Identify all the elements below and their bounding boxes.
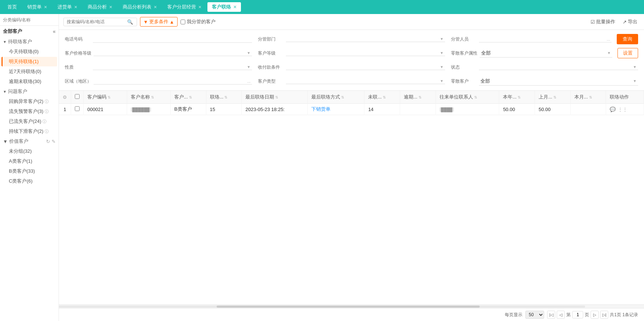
scrollbar-thumb[interactable] xyxy=(217,306,480,308)
filter-phone-input[interactable] xyxy=(93,36,252,43)
sidebar-item-b-class[interactable]: B类客户(33) xyxy=(1,166,57,176)
first-page-button[interactable]: |◁ xyxy=(547,311,555,319)
search-bar: 🔍 ▼ 更多条件 ▲ 我分管的客户 ☑ 批量操作 ↗ 导出 xyxy=(59,14,644,30)
search-input[interactable] xyxy=(67,19,126,24)
sidebar-item-overdue-contact[interactable]: 逾期未联络(30) xyxy=(1,77,57,86)
contact-icon[interactable]: 💬 xyxy=(610,107,616,112)
col-not-contacted: 未联... ⇅ xyxy=(364,91,400,104)
nav-customer-segmentation[interactable]: 客户分层经营 ✕ xyxy=(163,2,206,12)
nav-product-analysis[interactable]: 商品分析 ✕ xyxy=(83,2,117,12)
nav-sales-order[interactable]: 销货单 ✕ xyxy=(23,2,52,12)
sort-icon[interactable]: ⇅ xyxy=(108,95,111,99)
filter-payment: 收付款条件 ▼ xyxy=(258,62,445,73)
filter-customer-type-select[interactable]: ▼ xyxy=(286,78,445,84)
all-customers-header[interactable]: 全部客户 « xyxy=(0,26,59,37)
sort-icon[interactable]: ⇅ xyxy=(553,95,556,99)
sort-icon[interactable]: ⇅ xyxy=(419,95,421,99)
filter-dept: 分管部门 ▼ xyxy=(258,34,445,45)
filter-status-select[interactable]: ▼ xyxy=(479,64,638,70)
chevron-down-icon: ▼ xyxy=(247,65,251,69)
sort-icon[interactable]: ⇅ xyxy=(189,95,192,99)
cell-customer-type: B类客户 xyxy=(170,104,206,115)
filter-dept-select[interactable]: ▼ xyxy=(286,36,445,42)
sort-icon[interactable]: ⇅ xyxy=(151,95,154,99)
per-page-select[interactable]: 50 100 200 xyxy=(525,311,544,319)
hint-icon: ⓘ xyxy=(45,129,49,134)
filter-retail-attr: 零散客户属性 全部 ▼ 设置 xyxy=(451,48,638,59)
close-icon[interactable]: ✕ xyxy=(44,5,47,10)
collapse-icon[interactable]: « xyxy=(53,28,56,34)
chevron-down-icon: ▼ xyxy=(440,65,444,69)
arrow-icon: ▼ xyxy=(3,40,7,44)
prev-page-button[interactable]: ◁ xyxy=(557,311,565,319)
close-icon[interactable]: ✕ xyxy=(233,5,237,10)
chevron-down-icon: ▼ xyxy=(633,65,637,69)
export-icon: ↗ xyxy=(623,19,627,25)
nav-customer-contact[interactable]: 客户联络 ✕ xyxy=(207,2,241,12)
settings-gear-icon[interactable]: ⚙ xyxy=(63,94,67,100)
settings-button[interactable]: 设置 xyxy=(617,48,638,58)
filter-retail-customer-select[interactable]: 全部 ▼ xyxy=(479,77,638,86)
sidebar-search-area: 🔍 xyxy=(0,14,59,26)
search-button[interactable]: 🔍 xyxy=(127,19,133,25)
sort-icon[interactable]: ⇅ xyxy=(275,95,278,99)
filter-person-select[interactable]: ... xyxy=(479,36,612,42)
cell-action: 💬 ⋮⋮ xyxy=(606,104,644,115)
filter-region-select[interactable]: ... xyxy=(94,78,252,84)
nav-purchase-order[interactable]: 进货单 ✕ xyxy=(53,2,82,12)
filter-price-level-select[interactable]: ▼ xyxy=(94,50,252,56)
cell-last-month: 50.00 xyxy=(535,104,571,115)
sidebar-item-churned[interactable]: 已流失客户(24) ⓘ xyxy=(1,117,57,126)
filter-person: 分管人员 ... 查询 xyxy=(451,34,638,45)
sort-icon[interactable]: ⇅ xyxy=(341,95,344,99)
last-page-button[interactable]: ▷| xyxy=(600,311,608,319)
filter-gender-select[interactable]: ▼ xyxy=(93,64,252,70)
sort-icon[interactable]: ⇅ xyxy=(474,95,477,99)
sidebar-item-today-contact[interactable]: 今天待联络(0) xyxy=(1,47,57,56)
nav-product-analysis-list[interactable]: 商品分析列表 ✕ xyxy=(118,2,161,12)
pagination: |◁ ◁ 第 页 ▷ ▷| 共1页 1条记录 xyxy=(547,311,638,319)
sort-icon[interactable]: ⇅ xyxy=(383,95,386,99)
filter-payment-select[interactable]: ▼ xyxy=(286,64,445,70)
sidebar-search-input[interactable] xyxy=(3,17,58,23)
sidebar-item-tomorrow-contact[interactable]: 明天待联络(1) xyxy=(1,57,57,66)
close-icon[interactable]: ✕ xyxy=(74,5,77,10)
filter-retail-attr-select[interactable]: 全部 ▼ xyxy=(480,49,612,58)
contact-method-link[interactable]: 下销货单 xyxy=(311,106,330,112)
sidebar-group-problem-customer[interactable]: ▼ 问题客户 xyxy=(0,87,59,96)
close-icon[interactable]: ✕ xyxy=(198,5,202,10)
sidebar-item-7days-contact[interactable]: 近7天待联络(0) xyxy=(1,67,57,76)
sidebar-group-pending-contact[interactable]: ▼ 待联络客户 xyxy=(0,37,59,46)
next-page-button[interactable]: ▷ xyxy=(591,311,599,319)
nav-home[interactable]: 首页 xyxy=(3,2,21,12)
close-icon[interactable]: ✕ xyxy=(109,5,112,10)
sort-icon[interactable]: ⇅ xyxy=(589,95,592,99)
sidebar-item-ungrouped[interactable]: 未分组(32) xyxy=(1,146,57,156)
select-all-checkbox[interactable] xyxy=(75,94,80,99)
export-button[interactable]: ↗ 导出 xyxy=(620,17,640,26)
chevron-down-icon: ▼ xyxy=(247,51,251,55)
query-button[interactable]: 查询 xyxy=(617,34,638,44)
sidebar-item-c-class[interactable]: C类客户(6) xyxy=(1,176,57,186)
sort-icon[interactable]: ⇅ xyxy=(224,95,227,99)
filter-customer-type: 客户类型 ▼ xyxy=(258,76,445,87)
page-number-input[interactable] xyxy=(572,311,583,318)
checkbox-icon: ☑ xyxy=(591,19,595,25)
sort-icon[interactable]: ⇅ xyxy=(518,95,521,99)
sidebar-item-declining[interactable]: 持续下滑客户(2) ⓘ xyxy=(1,127,57,136)
col-checkbox xyxy=(71,91,84,104)
edit-icon[interactable]: ✎ xyxy=(52,139,56,144)
close-icon[interactable]: ✕ xyxy=(154,5,157,10)
row-checkbox[interactable] xyxy=(75,106,80,111)
filter-customer-level-select[interactable]: ▼ xyxy=(286,50,445,56)
horizontal-scrollbar[interactable] xyxy=(59,304,644,308)
sidebar-item-churn-warning[interactable]: 流失预警客户(3) ⓘ xyxy=(1,107,57,116)
more-action-icon[interactable]: ⋮⋮ xyxy=(618,107,627,112)
bulk-action-button[interactable]: ☑ 批量操作 xyxy=(588,17,617,26)
refresh-icon[interactable]: ↻ xyxy=(46,139,50,144)
my-customer-check-input[interactable] xyxy=(181,20,185,24)
my-customer-checkbox[interactable]: 我分管的客户 xyxy=(181,18,216,25)
sidebar-item-a-class[interactable]: A类客户(1) xyxy=(1,156,57,166)
sidebar-item-repurchase-abnormal[interactable]: 回购异常客户(2) ⓘ xyxy=(1,97,57,106)
more-filter-button[interactable]: ▼ 更多条件 ▲ xyxy=(140,17,178,27)
